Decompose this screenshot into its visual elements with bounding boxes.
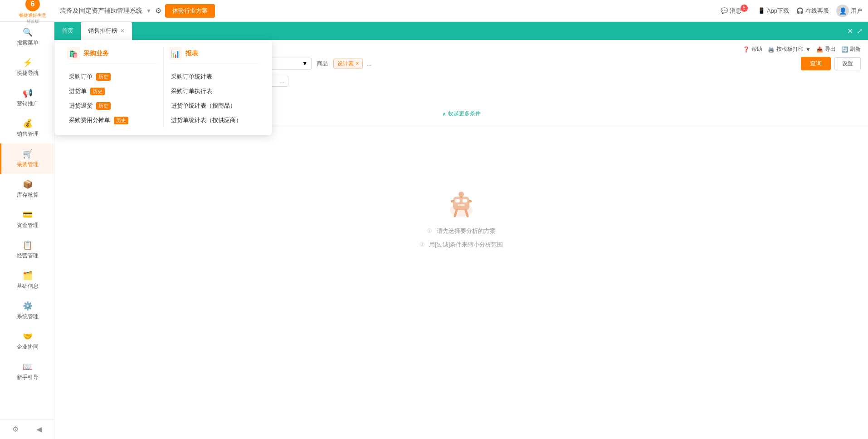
purchase-expense-item[interactable]: 采购费用分摊单 历史 (67, 113, 158, 128)
export-btn[interactable]: 📤 导出 (816, 45, 836, 53)
purchase-business-icon: 🛍️ (67, 47, 80, 60)
inbound-by-supplier-item[interactable]: 进货单统计表（按供应商） (169, 113, 260, 128)
logo-area: 6 畅捷通好生意 标准版 (5, 0, 60, 25)
sidebar-item-finance[interactable]: 💳 资金管理 (0, 204, 54, 235)
sidebar-item-marketing[interactable]: 📢 营销推广 (0, 83, 54, 113)
system-title-text: 装备及固定资产辅助管理系统 (60, 7, 142, 15)
header-actions: 💬 消息 5 📱 App下载 🎧 在线客服 👤 用户 (721, 5, 863, 17)
sidebar-item-enterprise[interactable]: 🤝 企业协同 (0, 326, 54, 356)
settings-icon[interactable]: ⚙ (155, 6, 161, 15)
tab-close-icon[interactable]: ✕ (120, 28, 125, 34)
svg-rect-5 (468, 200, 472, 202)
messages-btn[interactable]: 💬 消息 5 (721, 7, 751, 15)
system-dropdown-arrow[interactable]: ▼ (146, 8, 151, 14)
logo-icon: 6 (25, 0, 40, 11)
inbound-by-goods-item[interactable]: 进货单统计表（按商品） (169, 99, 260, 113)
brand-name: 畅捷通好生意 (19, 12, 46, 19)
box-icon: 📦 (23, 179, 33, 189)
message-icon: 💬 (721, 7, 728, 14)
search-icon: 🔍 (23, 27, 33, 37)
sidebar-item-inventory[interactable]: 📦 库存核算 (0, 174, 54, 204)
query-btn[interactable]: 查询 (801, 57, 831, 70)
refresh-btn[interactable]: 🔄 刷新 (841, 45, 861, 53)
tab-home[interactable]: 首页 (54, 22, 81, 40)
goods-filter: 设计素 × ... (333, 59, 371, 69)
collapse-sidebar-icon[interactable]: ◀ (36, 425, 42, 434)
industry-btn[interactable]: 体验行业方案 (165, 4, 215, 18)
help-btn[interactable]: ❓ 帮助 (743, 45, 762, 53)
avatar-icon: 👤 (839, 7, 847, 15)
sidebar-item-system[interactable]: ⚙️ 系统管理 (0, 296, 54, 326)
folder-icon: 🗂️ (23, 271, 33, 281)
sidebar-item-quick-nav[interactable]: ⚡ 快捷导航 (0, 52, 54, 83)
print-btn[interactable]: 🖨️ 按模板打印 ▼ (768, 45, 811, 53)
empty-illustration (443, 185, 479, 222)
return-history-badge: 历史 (96, 102, 111, 110)
svg-rect-2 (455, 199, 460, 202)
footer-settings-icon[interactable]: ⚙ (12, 425, 19, 434)
sidebar-footer: ⚙ ◀ (0, 419, 54, 439)
tab-sales-rank[interactable]: 销售排行榜 ✕ (81, 22, 132, 40)
book-icon: 📖 (23, 362, 33, 372)
lightning-icon: ⚡ (23, 58, 33, 68)
doc-status-dropdown-icon: ▼ (302, 60, 307, 67)
purchase-inbound-item[interactable]: 进货单 历史 (67, 84, 158, 99)
reports-col: 📊 报表 采购订单统计表 采购订单执行表 进货单统计表（按商品） 进货单统计表（… (164, 47, 265, 128)
wallet-icon: 💳 (23, 210, 33, 220)
po-exec-item[interactable]: 采购订单执行表 (169, 84, 260, 99)
goods-tag: 设计素 × (333, 59, 363, 69)
purchase-business-header: 🛍️ 采购业务 (67, 47, 158, 64)
tab-maximize-icon[interactable]: ⤢ (857, 27, 863, 35)
purchase-return-item[interactable]: 进货退货 历史 (67, 99, 158, 113)
print-icon: 🖨️ (768, 46, 775, 53)
svg-rect-4 (451, 200, 454, 202)
svg-rect-10 (460, 196, 462, 198)
sidebar-item-purchase[interactable]: 🛒 采购管理 (0, 143, 54, 174)
goods-tag-close[interactable]: × (356, 60, 359, 67)
expense-history-badge: 历史 (114, 117, 128, 124)
tab-close-all-icon[interactable]: ✕ (847, 27, 853, 35)
reports-icon: 📊 (169, 47, 182, 60)
goods-label: 商品 (317, 60, 328, 68)
gear-icon: ⚙️ (23, 301, 33, 311)
avatar: 👤 (836, 5, 849, 17)
svg-rect-1 (453, 197, 469, 210)
svg-rect-6 (458, 204, 465, 206)
export-icon: 📤 (816, 46, 823, 53)
tab-bar: 首页 销售排行榜 ✕ ✕ ⤢ (54, 22, 868, 40)
sidebar-item-search[interactable]: 🔍 搜索菜单 (0, 22, 54, 52)
svg-rect-3 (463, 199, 467, 202)
app-download-btn[interactable]: 📱 App下载 (758, 7, 789, 15)
help-icon: ❓ (743, 46, 750, 53)
edition-label: 标准版 (27, 19, 39, 25)
sidebar-item-basic[interactable]: 🗂️ 基础信息 (0, 265, 54, 296)
megaphone-icon: 📢 (23, 88, 33, 98)
handshake-icon: 🤝 (23, 331, 33, 341)
collapse-chevron-icon: ∧ (442, 111, 446, 117)
purchase-order-item[interactable]: 采购订单 历史 (67, 69, 158, 84)
goods-dots[interactable]: ... (366, 60, 371, 67)
salesman-dots[interactable]: ... (280, 78, 284, 84)
message-badge: 5 (741, 5, 748, 12)
sidebar-item-operation[interactable]: 📋 经营管理 (0, 235, 54, 265)
empty-hint-2: ② 用[过滤]条件来缩小分析范围 (419, 241, 503, 249)
user-btn[interactable]: 👤 用户 (836, 5, 863, 17)
sidebar-item-sales[interactable]: 💰 销售管理 (0, 113, 54, 143)
cart-icon: 🛒 (23, 149, 33, 159)
settings-btn[interactable]: 设置 (834, 57, 861, 70)
purchase-dropdown-menu: 🛍️ 采购业务 采购订单 历史 进货单 历史 进货退货 历史 采购费用分摊单 历… (54, 40, 272, 135)
empty-hint-1: ① 请先选择要分析的方案 (427, 227, 496, 235)
tab-bar-actions: ✕ ⤢ (847, 27, 868, 35)
refresh-icon: 🔄 (841, 46, 848, 53)
headset-icon: 🎧 (796, 7, 804, 14)
inbound-history-badge: 历史 (90, 88, 105, 95)
print-dropdown-icon: ▼ (805, 46, 811, 53)
money-icon: 💰 (23, 118, 33, 128)
sidebar-item-guide[interactable]: 📖 新手引导 (0, 356, 54, 387)
online-service-btn[interactable]: 🎧 在线客服 (796, 7, 829, 15)
purchase-business-col: 🛍️ 采购业务 采购订单 历史 进货单 历史 进货退货 历史 采购费用分摊单 历… (62, 47, 164, 128)
phone-icon: 📱 (758, 7, 765, 14)
po-stats-item[interactable]: 采购订单统计表 (169, 69, 260, 84)
purchase-order-history-badge: 历史 (96, 73, 111, 81)
query-actions: 查询 设置 (801, 57, 861, 70)
